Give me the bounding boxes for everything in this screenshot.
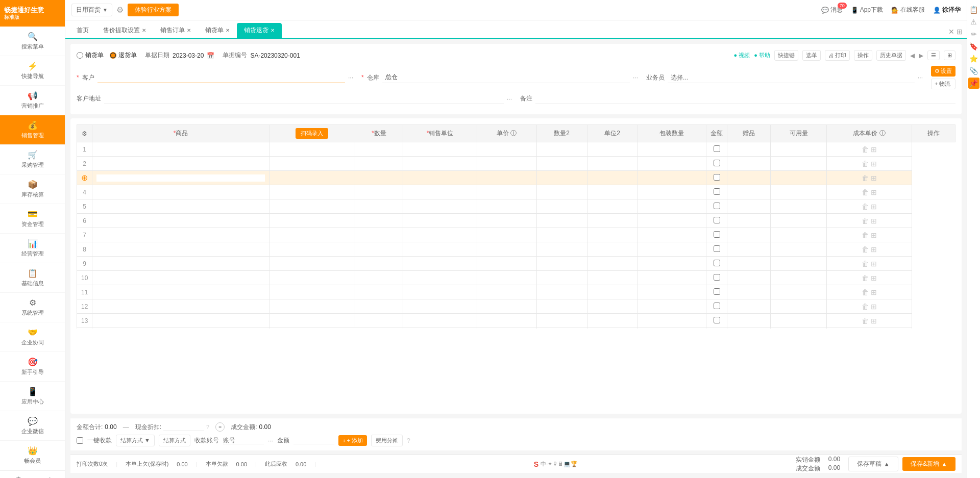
copy-btn-6[interactable]: ⊞ xyxy=(871,217,877,225)
help-btn[interactable]: ● 帮助 xyxy=(754,52,770,59)
delete-btn-12[interactable]: 🗑 xyxy=(862,303,869,311)
sidebar-item-shortcuts[interactable]: ⚡ 快捷导航 xyxy=(0,56,65,86)
unit2-cell-14[interactable] xyxy=(536,328,587,329)
product-cell-9[interactable] xyxy=(92,257,269,271)
product-cell-2[interactable] xyxy=(92,157,269,171)
sale-unit-cell-10[interactable] xyxy=(355,271,403,285)
tab-price-settings[interactable]: 售价提取设置 ✕ xyxy=(96,23,153,38)
amount-cell-9[interactable] xyxy=(638,257,706,271)
delete-btn-7[interactable]: 🗑 xyxy=(862,231,869,239)
salesperson-input[interactable] xyxy=(668,72,915,83)
qty2-cell-12[interactable] xyxy=(477,299,536,314)
gift-checkbox-5[interactable] xyxy=(714,203,720,209)
available-cell-8[interactable] xyxy=(727,242,771,257)
prev-record-icon[interactable]: ◀ xyxy=(910,52,915,59)
pkg-qty-cell-13[interactable] xyxy=(587,314,638,328)
unit2-cell-4[interactable] xyxy=(536,185,587,199)
cost-price-cell-9[interactable] xyxy=(771,257,827,271)
pkg-qty-cell-6[interactable] xyxy=(587,214,638,228)
sidebar-item-marketing[interactable]: 📢 营销推广 xyxy=(0,86,65,115)
payment-amount-input[interactable] xyxy=(293,437,334,444)
gift-checkbox-11[interactable] xyxy=(714,288,720,295)
sidebar-item-purchase[interactable]: 🛒 采购管理 xyxy=(0,145,65,174)
topbar-settings-icon[interactable]: ⚙ xyxy=(116,5,124,15)
amount-cell-6[interactable] xyxy=(638,214,706,228)
qty-cell-13[interactable] xyxy=(269,314,355,328)
tab-sales-return-close[interactable]: ✕ xyxy=(271,28,275,33)
qty2-cell-13[interactable] xyxy=(477,314,536,328)
qty-cell-3[interactable] xyxy=(269,171,355,185)
delete-btn-3[interactable]: 🗑 xyxy=(862,174,869,182)
unit-price-cell-7[interactable] xyxy=(403,228,477,242)
product-cell-6[interactable] xyxy=(92,214,269,228)
fee-split-btn[interactable]: 费用分摊 xyxy=(371,435,403,446)
copy-btn-12[interactable]: ⊞ xyxy=(871,303,877,311)
sidebar-item-basics[interactable]: 📋 基础信息 xyxy=(0,263,65,293)
gift-cell-14[interactable] xyxy=(706,328,727,329)
sidebar-item-sales[interactable]: 💰 销售管理 xyxy=(0,115,65,145)
gift-checkbox-8[interactable] xyxy=(714,245,720,252)
product-cell-4[interactable] xyxy=(92,185,269,199)
fee-help-icon[interactable]: ? xyxy=(407,437,410,444)
sidebar-item-operations[interactable]: 📊 经营管理 xyxy=(0,234,65,263)
product-cell-12[interactable] xyxy=(92,299,269,314)
unit-price-cell-5[interactable] xyxy=(403,199,477,214)
available-cell-2[interactable] xyxy=(727,157,771,171)
gift-cell-10[interactable] xyxy=(706,271,727,285)
delete-btn-9[interactable]: 🗑 xyxy=(862,260,869,268)
print-btn[interactable]: 🖨打印 xyxy=(825,50,850,61)
gift-cell-6[interactable] xyxy=(706,214,727,228)
tab-expand-icon[interactable]: ⊞ xyxy=(957,28,963,36)
unit2-cell-12[interactable] xyxy=(536,299,587,314)
right-panel-btn-1[interactable]: 📋 xyxy=(968,4,979,15)
qty2-cell-6[interactable] xyxy=(477,214,536,228)
unit2-cell-10[interactable] xyxy=(536,271,587,285)
account-select-btn[interactable]: ··· xyxy=(268,437,273,444)
unit-price-cell-10[interactable] xyxy=(403,271,477,285)
tab-sales-bill[interactable]: 销货单 ✕ xyxy=(198,23,237,38)
available-cell-5[interactable] xyxy=(727,199,771,214)
product-cell-1[interactable] xyxy=(92,142,269,157)
qty2-cell-2[interactable] xyxy=(477,157,536,171)
sale-unit-cell-14[interactable] xyxy=(355,328,403,329)
qty-cell-11[interactable] xyxy=(269,285,355,299)
unit-price-cell-8[interactable] xyxy=(403,242,477,257)
gift-cell-12[interactable] xyxy=(706,299,727,314)
save-draft-btn[interactable]: 保存草稿 ▲ xyxy=(848,457,898,471)
product-cell-11[interactable] xyxy=(92,285,269,299)
gift-cell-13[interactable] xyxy=(706,314,727,328)
col-settings-header[interactable]: ⚙ xyxy=(77,125,92,142)
amount-cell-8[interactable] xyxy=(638,242,706,257)
tab-sales-return[interactable]: 销货退货 ✕ xyxy=(237,23,282,38)
amount-cell-14[interactable] xyxy=(638,328,706,329)
tab-sales-order[interactable]: 销售订单 ✕ xyxy=(153,23,198,38)
radio-return-bill-input[interactable] xyxy=(110,52,116,59)
unit-price-cell-3[interactable] xyxy=(403,171,477,185)
qty-cell-12[interactable] xyxy=(269,299,355,314)
unit2-cell-6[interactable] xyxy=(536,214,587,228)
cost-price-cell-10[interactable] xyxy=(771,271,827,285)
sale-unit-cell-5[interactable] xyxy=(355,199,403,214)
delete-btn-13[interactable]: 🗑 xyxy=(862,317,869,325)
gift-cell-7[interactable] xyxy=(706,228,727,242)
pkg-qty-cell-7[interactable] xyxy=(587,228,638,242)
sale-unit-cell-9[interactable] xyxy=(355,257,403,271)
sidebar-item-finance[interactable]: 💳 资金管理 xyxy=(0,204,65,234)
pkg-qty-cell-5[interactable] xyxy=(587,199,638,214)
right-panel-btn-4[interactable]: 🔖 xyxy=(968,41,979,52)
sale-unit-cell-7[interactable] xyxy=(355,228,403,242)
sidebar-item-search[interactable]: 🔍 搜索菜单 xyxy=(0,27,65,56)
pkg-qty-cell-11[interactable] xyxy=(587,285,638,299)
qty2-cell-7[interactable] xyxy=(477,228,536,242)
right-panel-btn-3[interactable]: ✏ xyxy=(968,29,979,40)
pkg-qty-cell-10[interactable] xyxy=(587,271,638,285)
gift-checkbox-1[interactable] xyxy=(714,145,720,152)
gift-cell-9[interactable] xyxy=(706,257,727,271)
customer-input[interactable] xyxy=(97,72,345,83)
gift-checkbox-12[interactable] xyxy=(714,303,720,309)
qty2-cell-9[interactable] xyxy=(477,257,536,271)
qty-cell-4[interactable] xyxy=(269,185,355,199)
collapse-icon[interactable]: ◀ xyxy=(44,475,50,478)
gift-checkbox-7[interactable] xyxy=(714,231,720,238)
online-service-btn[interactable]: 💁 在线客服 xyxy=(891,6,925,14)
